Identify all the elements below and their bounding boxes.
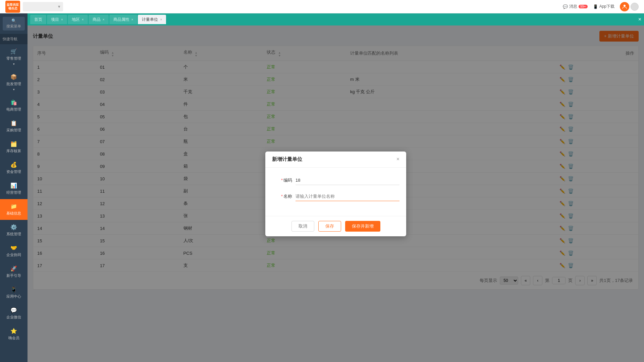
tab-unit-close[interactable]: × — [160, 18, 162, 21]
modal-close-button[interactable]: × — [396, 156, 399, 162]
sidebar-item-cooperation[interactable]: 🤝 企业协同 — [0, 241, 28, 261]
sidebar: 🔍 搜索菜单 快捷导航 🛒 零售管理 ▾ 📦 批发管理 ▾ 🛍️ 电商管理 📋 … — [0, 13, 28, 362]
inventory-icon: 🗂️ — [10, 141, 17, 147]
app-logo: 益客供应链生态 — [5, 1, 20, 13]
user-avatar-group[interactable] — [620, 2, 639, 11]
app-download-button[interactable]: 📱 App下载 — [593, 4, 614, 9]
tab-product-attr-close[interactable]: × — [131, 18, 133, 21]
sidebar-nav-title[interactable]: 快捷导航 — [0, 34, 28, 44]
sidebar-item-inventory[interactable]: 🗂️ 库存核算 — [0, 137, 28, 158]
search-icon: 🔍 — [11, 18, 16, 23]
sidebar-item-wholesale[interactable]: 📦 批发管理 ▾ — [0, 70, 28, 95]
sidebar-item-basic[interactable]: 📁 基础信息 — [0, 199, 28, 220]
name-input[interactable] — [296, 192, 399, 201]
tabs-close-all[interactable]: × — [638, 16, 641, 22]
modal-header: 新增计量单位 × — [265, 152, 406, 168]
svg-point-0 — [624, 5, 626, 7]
topbar-right: 💬 消息 99+ 📱 App下载 — [563, 2, 639, 11]
code-input[interactable] — [296, 176, 399, 185]
sidebar-item-system[interactable]: ⚙️ 系统管理 — [0, 220, 28, 241]
tab-product-close[interactable]: × — [103, 18, 105, 21]
save-button[interactable]: 保存 — [318, 221, 341, 232]
modal-footer: 取消 保存 保存并新增 — [265, 216, 406, 236]
sidebar-item-finance[interactable]: 💰 资金管理 — [0, 158, 28, 178]
phone-icon: 📱 — [593, 4, 598, 9]
appcenter-icon: 📱 — [10, 286, 17, 293]
message-button[interactable]: 💬 消息 99+ — [563, 4, 588, 9]
name-label: *名称 — [272, 193, 296, 199]
main-area: 首页 项目 × 地区 × 商品 × 商品属性 × 计量单位 × × — [28, 13, 644, 362]
content-area: 计量单位 + 新增计量单位 序号 编码 ▲▼ 名称 ▲▼ 状态 ▲▼ 计量单位匹… — [28, 25, 644, 362]
sidebar-item-guide[interactable]: 🚀 新手引导 — [0, 261, 28, 282]
tab-unit[interactable]: 计量单位 × — [138, 15, 166, 24]
guide-icon: 🚀 — [10, 265, 17, 272]
modal-body: *编码 *名称 — [265, 168, 406, 216]
add-unit-modal: 新增计量单位 × *编码 *名称 — [265, 152, 406, 236]
sidebar-item-retail[interactable]: 🛒 零售管理 ▾ — [0, 44, 28, 70]
purchase-icon: 📋 — [10, 120, 17, 126]
code-label: *编码 — [272, 177, 296, 183]
sidebar-item-appcenter[interactable]: 📱 应用中心 — [0, 282, 28, 303]
sidebar-search[interactable]: 🔍 搜索菜单 — [0, 13, 28, 34]
tabs-bar: 首页 项目 × 地区 × 商品 × 商品属性 × 计量单位 × × — [28, 13, 644, 25]
finance-icon: 💰 — [10, 162, 17, 168]
sidebar-item-purchase[interactable]: 📋 采购管理 — [0, 116, 28, 137]
modal-title: 新增计量单位 — [272, 156, 302, 163]
message-icon: 💬 — [563, 4, 568, 9]
wholesale-icon: 📦 — [10, 74, 17, 80]
enterprise-icon: 💬 — [10, 307, 17, 313]
sidebar-item-enterprise[interactable]: 💬 企业微信 — [0, 303, 28, 324]
form-row-name: *名称 — [272, 192, 399, 201]
tab-product[interactable]: 商品 × — [89, 15, 109, 24]
topbar: 益客供应链生态 ▾ 💬 消息 99+ 📱 App下载 — [0, 0, 644, 13]
cooperation-icon: 🤝 — [10, 245, 17, 251]
sidebar-item-operation[interactable]: 📊 经营管理 — [0, 178, 28, 199]
sidebar-item-ecommerce[interactable]: 🛍️ 电商管理 — [0, 95, 28, 116]
form-row-code: *编码 — [272, 176, 399, 185]
tab-project-close[interactable]: × — [61, 18, 63, 21]
avatar-secondary — [631, 3, 639, 11]
company-switcher[interactable]: ▾ — [23, 2, 63, 11]
operation-icon: 📊 — [10, 182, 17, 189]
tab-area[interactable]: 地区 × — [68, 15, 88, 24]
modal-overlay[interactable]: 新增计量单位 × *编码 *名称 — [28, 25, 644, 362]
tab-home[interactable]: 首页 — [30, 15, 46, 24]
tab-area-close[interactable]: × — [82, 18, 84, 21]
logo-area: 益客供应链生态 ▾ — [5, 1, 63, 13]
avatar — [620, 2, 629, 11]
message-badge: 99+ — [579, 5, 588, 8]
membership-icon: ⭐ — [10, 328, 17, 334]
cancel-button[interactable]: 取消 — [291, 221, 314, 232]
system-icon: ⚙️ — [10, 224, 17, 230]
basic-icon: 📁 — [10, 203, 17, 209]
tab-project[interactable]: 项目 × — [47, 15, 67, 24]
tab-product-attr[interactable]: 商品属性 × — [109, 15, 138, 24]
ecommerce-icon: 🛍️ — [10, 99, 17, 106]
save-and-new-button[interactable]: 保存并新增 — [345, 221, 380, 232]
sidebar-item-membership[interactable]: ⭐ 嗨会员 — [0, 324, 28, 345]
retail-icon: 🛒 — [10, 48, 17, 55]
search-box-label[interactable]: 🔍 搜索菜单 — [3, 17, 25, 31]
